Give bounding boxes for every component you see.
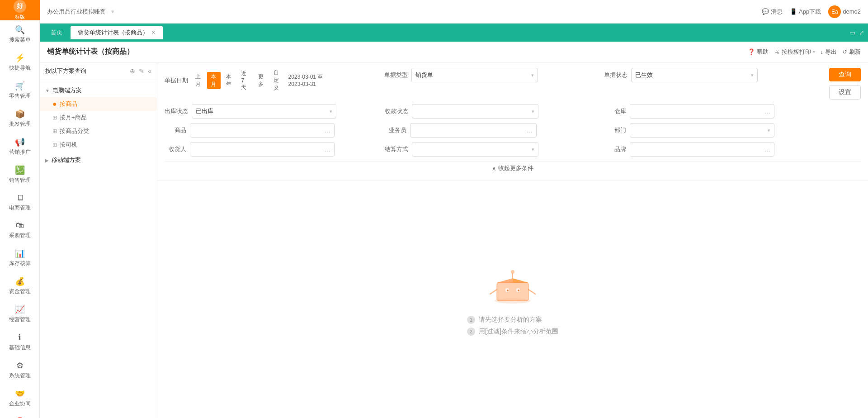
print-dropdown-icon[interactable]: ▾ bbox=[813, 49, 815, 54]
tree-item-by-cashier[interactable]: ⊞ 按司机 bbox=[40, 138, 157, 152]
user-menu[interactable]: Ea demo2 bbox=[828, 5, 861, 18]
collapse-panel-icon[interactable]: « bbox=[148, 67, 151, 75]
print-icon: 🖨 bbox=[774, 48, 780, 55]
quicknav-icon: ⚡ bbox=[15, 53, 25, 63]
sidebar-item-wholesale[interactable]: 📦 批发管理 bbox=[9, 104, 31, 133]
purchase-label: 采购管理 bbox=[9, 232, 31, 239]
sidebar-item-quicknav[interactable]: ⚡ 快捷导航 bbox=[9, 48, 31, 76]
enterprise-icon: 🤝 bbox=[15, 389, 25, 399]
tree-area: ▼ 电脑端方案 ● 按商品 ⊞ 按月+商品 bbox=[40, 80, 157, 418]
filter-staff-input[interactable]: … bbox=[410, 123, 537, 138]
sidebar-item-finance[interactable]: 💰 资金管理 bbox=[9, 272, 31, 300]
product-more-icon[interactable]: … bbox=[324, 127, 330, 134]
header-left: 办公用品行业模拟账套 ▾ bbox=[47, 8, 116, 16]
filter-date-item: 单据日期 上月 本月 本年 近7天 更多 自定义 bbox=[165, 68, 384, 93]
sidebar-item-enterprise[interactable]: 🤝 企业协同 bbox=[9, 384, 31, 412]
sidebar-item-marketing[interactable]: 📢 营销推广 bbox=[9, 133, 31, 161]
sidebar-item-retail[interactable]: 🛒 零售管理 bbox=[9, 76, 31, 104]
operation-label: 经营管理 bbox=[9, 316, 31, 323]
collapse-bar[interactable]: ∧ 收起更多条件 bbox=[165, 161, 861, 175]
settings-button[interactable]: 设置 bbox=[829, 85, 861, 100]
sidebar-item-sales[interactable]: 💹 销售管理 bbox=[9, 161, 31, 189]
tab-maximize-icon[interactable]: ⤢ bbox=[859, 29, 864, 36]
sidebar-item-system[interactable]: ⚙ 系统管理 bbox=[9, 356, 31, 384]
date-btn-custom[interactable]: 自定义 bbox=[270, 68, 287, 93]
system-label: 系统管理 bbox=[9, 372, 31, 380]
tab-minimize-icon[interactable]: ▭ bbox=[849, 29, 855, 36]
refresh-button[interactable]: ↺ 刷新 bbox=[842, 48, 861, 56]
breadcrumb-dropdown-icon[interactable]: ▾ bbox=[111, 8, 114, 15]
filter-out-select[interactable]: 已出库 ▾ bbox=[192, 104, 336, 119]
empty-step-1: 1 请先选择要分析的方案 bbox=[467, 316, 558, 324]
sidebar-item-basic[interactable]: ℹ 基础信息 bbox=[9, 328, 31, 356]
filter-status-select[interactable]: 已生效 ▾ bbox=[631, 68, 758, 82]
filter-type-label: 单据类型 bbox=[384, 71, 411, 79]
filter-receive-select[interactable]: ▾ bbox=[412, 104, 538, 119]
finance-label: 资金管理 bbox=[9, 288, 31, 295]
filter-settlement-select[interactable]: ▾ bbox=[412, 142, 538, 157]
tree-group-desktop-header[interactable]: ▼ 电脑端方案 bbox=[40, 84, 157, 97]
sidebar-item-operation[interactable]: 📈 经营管理 bbox=[9, 300, 31, 328]
filter-brand-label: 品牌 bbox=[604, 145, 630, 153]
filter-receiver-input[interactable]: … bbox=[190, 142, 335, 157]
retail-icon: 🛒 bbox=[15, 81, 25, 91]
filter-warehouse-label: 仓库 bbox=[604, 107, 630, 115]
step-1-num: 1 bbox=[467, 316, 475, 324]
staff-more-icon[interactable]: … bbox=[526, 127, 533, 134]
filter-warehouse-input[interactable]: … bbox=[630, 104, 774, 119]
sidebar-item-newuser[interactable]: 🎯 新手引导 bbox=[9, 412, 31, 418]
tree-item-by-product[interactable]: ● 按商品 bbox=[40, 97, 157, 111]
page-content: 销货单统计计表（按商品） ❓ 帮助 🖨 按模板打印 ▾ ↓ 导出 bbox=[40, 42, 868, 418]
filter-and-content: 按以下方案查询 ⊕ ✎ « ▼ 电脑端方案 bbox=[40, 62, 868, 418]
collapse-chevron-icon: ∧ bbox=[492, 165, 496, 172]
sidebar-item-ecommerce[interactable]: 🖥 电商管理 bbox=[9, 189, 31, 216]
svg-rect-1 bbox=[497, 283, 528, 301]
tree-item-icon-2: ⊞ bbox=[52, 128, 57, 134]
tree-group-desktop: ▼ 电脑端方案 ● 按商品 ⊞ 按月+商品 bbox=[40, 84, 157, 152]
filter-row-2: 出库状态 已出库 ▾ 收款状态 ▾ bbox=[165, 104, 861, 119]
add-scheme-icon[interactable]: ⊕ bbox=[130, 67, 135, 75]
tab-home[interactable]: 首页 bbox=[43, 26, 70, 39]
left-panel-title: 按以下方案查询 bbox=[45, 67, 86, 75]
page-title: 销货单统计计表（按商品） bbox=[47, 47, 134, 62]
wholesale-label: 批发管理 bbox=[9, 120, 31, 128]
logo[interactable]: 好 标版 bbox=[0, 0, 40, 20]
export-button[interactable]: ↓ 导出 bbox=[821, 48, 837, 56]
filter-type-select[interactable]: 销货单 ▾ bbox=[411, 68, 538, 82]
filter-product-input[interactable]: … bbox=[190, 123, 335, 138]
filter-dept-select[interactable]: ▾ bbox=[630, 123, 774, 138]
date-btn-this-month[interactable]: 本月 bbox=[207, 72, 221, 89]
filter-product-item: 商品 … bbox=[165, 123, 385, 138]
search-icon: 🔍 bbox=[15, 25, 25, 35]
edit-scheme-icon[interactable]: ✎ bbox=[139, 67, 144, 75]
date-btn-7days[interactable]: 近7天 bbox=[237, 69, 253, 92]
date-btn-this-year[interactable]: 本年 bbox=[222, 72, 236, 89]
message-button[interactable]: 💬 消息 bbox=[762, 8, 783, 16]
tree-item-by-category[interactable]: ⊞ 按商品分类 bbox=[40, 124, 157, 138]
filter-brand-input[interactable]: … bbox=[630, 142, 774, 157]
sidebar-item-inventory[interactable]: 📊 库存核算 bbox=[9, 244, 31, 272]
print-button[interactable]: 🖨 按模板打印 ▾ bbox=[774, 48, 815, 56]
app-download-button[interactable]: 📱 App下载 bbox=[790, 8, 821, 16]
brand-more-icon[interactable]: … bbox=[764, 146, 770, 153]
filter-date-value: 上月 本月 本年 近7天 更多 自定义 2023-03-01 至 2023-03… bbox=[192, 68, 336, 93]
sidebar-item-search[interactable]: 🔍 搜索菜单 bbox=[9, 20, 31, 48]
tree-group-mobile-header[interactable]: ▶ 移动端方案 bbox=[40, 153, 157, 167]
date-btn-last-month[interactable]: 上月 bbox=[192, 72, 205, 89]
tree-group-arrow: ▼ bbox=[45, 88, 50, 93]
query-button[interactable]: 查询 bbox=[829, 68, 861, 81]
receiver-more-icon[interactable]: … bbox=[324, 146, 330, 153]
sidebar-item-purchase[interactable]: 🛍 采购管理 bbox=[9, 216, 31, 244]
filter-warehouse-item: 仓库 … bbox=[604, 104, 825, 119]
warehouse-more-icon[interactable]: … bbox=[764, 108, 770, 115]
filter-settlement-item: 结算方式 ▾ bbox=[385, 142, 605, 157]
basic-icon: ℹ bbox=[18, 332, 21, 342]
filter-section: 单据日期 上月 本月 本年 近7天 更多 自定义 bbox=[157, 62, 868, 181]
tab-sales-stat[interactable]: 销货单统计计表（按商品） ✕ bbox=[71, 26, 163, 39]
filter-out-label: 出库状态 bbox=[165, 107, 192, 115]
help-button[interactable]: ❓ 帮助 bbox=[748, 48, 769, 56]
tree-item-by-month-product[interactable]: ⊞ 按月+商品 bbox=[40, 111, 157, 124]
ecommerce-icon: 🖥 bbox=[16, 193, 24, 203]
date-btn-more[interactable]: 更多 bbox=[255, 72, 268, 89]
tab-close-icon[interactable]: ✕ bbox=[151, 30, 156, 35]
